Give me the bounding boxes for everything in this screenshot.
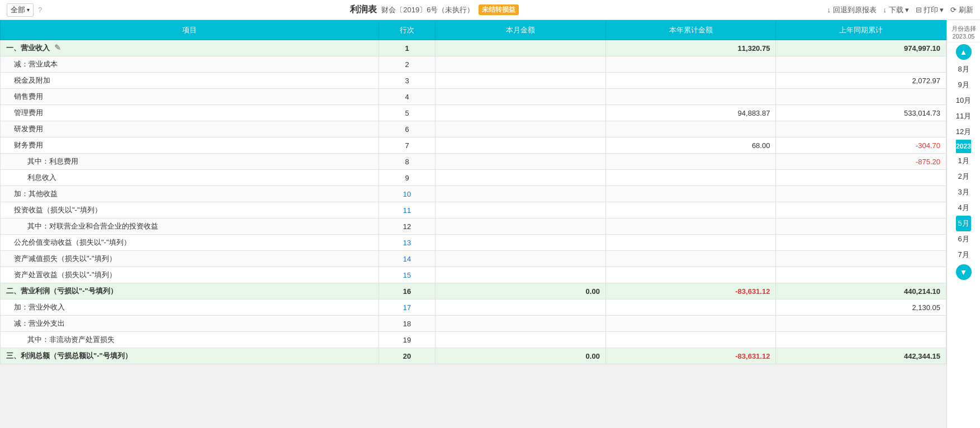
table-row-ytd [605, 332, 776, 348]
table-row-ytd [605, 316, 776, 332]
table-row-prev [776, 56, 946, 73]
table-row-number: 14 [378, 251, 435, 267]
month-nav-down[interactable]: ▼ [956, 264, 972, 280]
table-row-month: 0.00 [435, 348, 606, 364]
table-row-prev [776, 218, 946, 235]
table-row-item: 财务费用 [1, 137, 379, 154]
header-row: 行次 [378, 21, 435, 40]
table-row-item: 研发费用 [1, 121, 379, 137]
table-row-ytd [605, 267, 776, 283]
report-subtitle: 财会〔2019〕6号（未执行） [381, 5, 474, 15]
table-row-month [435, 56, 606, 73]
scope-dropdown-arrow: ▾ [27, 7, 30, 13]
table-row-month [435, 73, 606, 89]
table-row-item: 其中：利息费用 [1, 154, 379, 170]
table-row-month [435, 154, 606, 170]
table-row-item: 资产处置收益（损失以"-"填列） [1, 267, 379, 283]
table-row-prev [776, 235, 946, 251]
table-row-ytd: -83,631.12 [605, 348, 776, 364]
refresh-button[interactable]: ⟳ 刷新 [950, 5, 973, 15]
table-row-ytd [605, 73, 776, 89]
table-row-month [435, 40, 606, 56]
table-row-item: 资产减值损失（损失以"-"填列） [1, 251, 379, 267]
table-row-ytd: 11,320.75 [605, 40, 776, 56]
table-row-prev [776, 251, 946, 267]
table-row-item: 税金及附加 [1, 73, 379, 89]
status-badge[interactable]: 未结转损益 [479, 4, 519, 15]
table-row-number: 8 [378, 154, 435, 170]
table-row-item: 加：其他收益 [1, 186, 379, 202]
table-row-item: 公允价值变动收益（损失以"-"填列） [1, 235, 379, 251]
table-row-ytd: -83,631.12 [605, 283, 776, 299]
table-row-item: 减：营业外支出 [1, 316, 379, 332]
table-row-prev: 440,214.10 [776, 283, 946, 299]
table-row-month [435, 121, 606, 137]
current-date-label: 2023.05 [953, 33, 975, 40]
table-row-ytd [605, 56, 776, 73]
table-row-number: 4 [378, 89, 435, 105]
table-row-item: 销售费用 [1, 89, 379, 105]
table-row-number: 3 [378, 73, 435, 89]
header-month: 本月金额 [435, 21, 606, 40]
download-button[interactable]: ↓ 下载 ▾ [883, 5, 909, 15]
month-sidebar: 月份选择2023.05 ▲ 8月9月10月11月12月20231月2月3月4月5… [946, 20, 980, 428]
table-row-ytd [605, 121, 776, 137]
report-title: 利润表 [350, 4, 377, 16]
table-row-ytd [605, 89, 776, 105]
table-row-number: 11 [378, 202, 435, 218]
month-nav-up[interactable]: ▲ [956, 44, 972, 60]
table-row-number: 5 [378, 105, 435, 121]
scope-selector[interactable]: 全部 ▾ [7, 3, 34, 17]
print-arrow: ▾ [940, 6, 944, 14]
month-item[interactable]: 7月 [956, 247, 971, 263]
month-item[interactable]: 11月 [956, 108, 971, 124]
month-selector-title: 月份选择2023.05 [947, 22, 980, 42]
table-row-number: 17 [378, 299, 435, 316]
table-row-month [435, 251, 606, 267]
table-row-number: 16 [378, 283, 435, 299]
month-item[interactable]: 2月 [956, 169, 971, 184]
month-item[interactable]: 1月 [956, 153, 971, 169]
table-row-ytd: 94,883.87 [605, 105, 776, 121]
table-row-ytd [605, 251, 776, 267]
table-row-prev: 2,130.05 [776, 299, 946, 316]
month-item[interactable]: 12月 [956, 124, 971, 140]
table-row-month [435, 105, 606, 121]
table-row-item: 其中：非流动资产处置损失 [1, 332, 379, 348]
month-item[interactable]: 10月 [956, 93, 971, 108]
table-row-prev [776, 332, 946, 348]
table-row-number: 20 [378, 348, 435, 364]
table-row-prev [776, 170, 946, 186]
help-icon[interactable]: ? [38, 6, 42, 14]
table-row-item: 二、营业利润（亏损以"-"号填列） [1, 283, 379, 299]
table-row-number: 9 [378, 170, 435, 186]
table-row-number: 7 [378, 137, 435, 154]
top-bar-right: ↓ 回退到原报表 ↓ 下载 ▾ ⊟ 打印 ▾ ⟳ 刷新 [827, 5, 973, 15]
report-table: 项目 行次 本月金额 本年累计金额 上年同期累计 一、营业收入 ✎111,320… [0, 20, 946, 364]
month-item[interactable]: 3月 [956, 184, 971, 200]
edit-icon[interactable]: ✎ [52, 43, 61, 52]
table-row-number: 18 [378, 316, 435, 332]
month-item[interactable]: 4月 [956, 200, 971, 216]
header-item: 项目 [1, 21, 379, 40]
table-row-number: 12 [378, 218, 435, 235]
back-button[interactable]: ↓ 回退到原报表 [827, 5, 876, 15]
table-row-month [435, 267, 606, 283]
print-button[interactable]: ⊟ 打印 ▾ [916, 5, 944, 15]
top-bar-left: 全部 ▾ ? [7, 3, 42, 17]
table-row-ytd [605, 202, 776, 218]
month-item[interactable]: 8月 [956, 61, 971, 77]
year-divider: 2023 [956, 140, 971, 153]
table-row-ytd [605, 170, 776, 186]
table-row-month [435, 235, 606, 251]
top-bar: 全部 ▾ ? 利润表 财会〔2019〕6号（未执行） 未结转损益 ↓ 回退到原报… [0, 0, 980, 20]
table-row-ytd [605, 218, 776, 235]
table-row-number: 13 [378, 235, 435, 251]
month-item[interactable]: 6月 [956, 231, 971, 247]
table-row-item: 减：营业成本 [1, 56, 379, 73]
table-row-number: 10 [378, 186, 435, 202]
table-row-month [435, 89, 606, 105]
month-item[interactable]: 9月 [956, 77, 971, 93]
table-row-month [435, 218, 606, 235]
month-item[interactable]: 5月 [956, 216, 971, 231]
